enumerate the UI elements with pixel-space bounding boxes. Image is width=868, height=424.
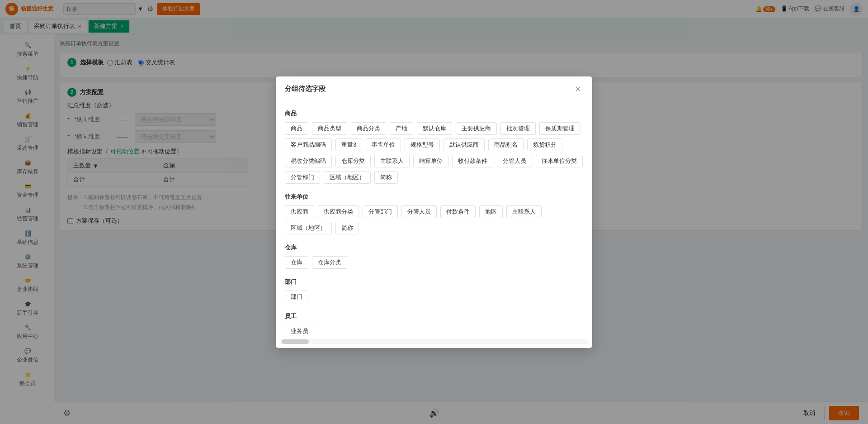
- field-chip-0-20[interactable]: 分管人员: [497, 155, 532, 167]
- field-chip-0-22[interactable]: 分管部门: [285, 171, 320, 184]
- section-title-2: 仓库: [285, 243, 583, 252]
- modal-body: 商品商品商品类型商品分类产地默认仓库主要供应商批次管理保质期管理客户商品编码重量…: [276, 102, 592, 335]
- modal-overlay: 分组待选字段 ✕ 商品商品商品类型商品分类产地默认仓库主要供应商批次管理保质期管…: [0, 0, 868, 424]
- field-chip-0-9[interactable]: 重量3: [335, 138, 362, 151]
- field-chip-0-4[interactable]: 默认仓库: [417, 122, 452, 135]
- field-chip-0-16[interactable]: 仓库分类: [335, 155, 371, 167]
- field-chip-0-10[interactable]: 零售单位: [366, 138, 401, 151]
- section-title-3: 部门: [285, 278, 583, 286]
- field-section-2: 仓库仓库仓库分类: [285, 243, 583, 269]
- field-section-3: 部门部门: [285, 278, 583, 303]
- field-chip-0-7[interactable]: 保质期管理: [539, 122, 580, 135]
- field-chip-1-7[interactable]: 区域（地区）: [285, 222, 332, 234]
- field-chip-0-1[interactable]: 商品类型: [312, 122, 347, 135]
- field-chip-0-14[interactable]: 炼货积分: [527, 138, 562, 151]
- field-chip-4-0[interactable]: 业务员: [285, 325, 314, 335]
- field-chips-4: 业务员: [285, 325, 583, 335]
- field-chip-0-19[interactable]: 收付款条件: [452, 155, 493, 167]
- field-chips-1: 供应商供应商分类分管部门分管人员付款条件地区主联系人区域（地区）简称: [285, 205, 583, 234]
- field-chips-3: 部门: [285, 291, 583, 303]
- section-title-1: 往来单位: [285, 193, 583, 201]
- field-chips-2: 仓库仓库分类: [285, 256, 583, 269]
- field-chip-1-8[interactable]: 简称: [335, 222, 359, 234]
- field-chip-1-3[interactable]: 分管人员: [401, 205, 437, 218]
- modal-header: 分组待选字段 ✕: [276, 76, 592, 102]
- field-chip-0-12[interactable]: 默认供应商: [443, 138, 485, 151]
- scrollbar-thumb: [282, 339, 309, 344]
- section-title-0: 商品: [285, 110, 583, 118]
- field-chip-0-17[interactable]: 主联系人: [374, 155, 410, 167]
- field-chip-0-21[interactable]: 往来单位分类: [536, 155, 583, 167]
- field-chip-0-18[interactable]: 结算单位: [413, 155, 448, 167]
- field-chip-2-0[interactable]: 仓库: [285, 256, 308, 269]
- field-section-1: 往来单位供应商供应商分类分管部门分管人员付款条件地区主联系人区域（地区）简称: [285, 193, 583, 234]
- field-chip-0-13[interactable]: 商品别名: [488, 138, 524, 151]
- field-chip-1-6[interactable]: 主联系人: [506, 205, 542, 218]
- field-section-4: 员工业务员: [285, 312, 583, 335]
- field-chip-0-15[interactable]: 税收分类编码: [285, 155, 332, 167]
- field-chip-0-11[interactable]: 规格型号: [405, 138, 440, 151]
- modal-footer: [276, 335, 592, 348]
- field-chip-1-5[interactable]: 地区: [479, 205, 503, 218]
- field-chips-0: 商品商品类型商品分类产地默认仓库主要供应商批次管理保质期管理客户商品编码重量3零…: [285, 122, 583, 184]
- modal-close-icon[interactable]: ✕: [572, 84, 583, 95]
- field-chip-0-24[interactable]: 简称: [374, 171, 398, 184]
- field-chip-0-8[interactable]: 客户商品编码: [285, 138, 332, 151]
- modal-dialog: 分组待选字段 ✕ 商品商品商品类型商品分类产地默认仓库主要供应商批次管理保质期管…: [276, 76, 592, 348]
- horizontal-scrollbar[interactable]: [279, 339, 589, 344]
- field-chip-0-5[interactable]: 主要供应商: [456, 122, 497, 135]
- field-chip-0-2[interactable]: 商品分类: [351, 122, 386, 135]
- field-chip-0-23[interactable]: 区域（地区）: [324, 171, 371, 184]
- field-chip-0-6[interactable]: 批次管理: [500, 122, 536, 135]
- modal-title: 分组待选字段: [285, 85, 326, 93]
- field-chip-1-0[interactable]: 供应商: [285, 205, 314, 218]
- field-chip-3-0[interactable]: 部门: [285, 291, 308, 303]
- field-chip-1-4[interactable]: 付款条件: [440, 205, 476, 218]
- field-section-0: 商品商品商品类型商品分类产地默认仓库主要供应商批次管理保质期管理客户商品编码重量…: [285, 110, 583, 184]
- field-chip-2-1[interactable]: 仓库分类: [312, 256, 347, 269]
- field-chip-0-3[interactable]: 产地: [390, 122, 413, 135]
- field-chip-1-1[interactable]: 供应商分类: [318, 205, 359, 218]
- field-chip-1-2[interactable]: 分管部门: [363, 205, 398, 218]
- field-chip-0-0[interactable]: 商品: [285, 122, 308, 135]
- section-title-4: 员工: [285, 312, 583, 320]
